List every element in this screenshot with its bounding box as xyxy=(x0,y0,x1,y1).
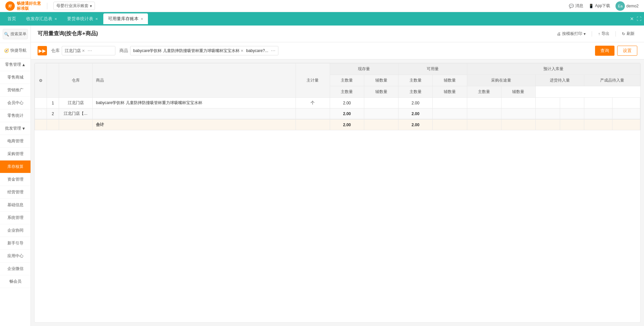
logo-area: 好 畅捷通好生意 标准版 xyxy=(5,1,41,11)
td-main-unit xyxy=(296,108,330,120)
td-current-main: 2.00 xyxy=(330,98,364,108)
td-product xyxy=(93,108,296,120)
message-action[interactable]: 💬 消息 xyxy=(569,3,583,9)
tab-close-icon[interactable]: ✕ xyxy=(141,17,143,21)
th-gear: ⚙ xyxy=(35,63,47,98)
refresh-icon: ↻ xyxy=(622,32,625,36)
sidebar-item-retail-shop[interactable]: 零售商城 xyxy=(0,71,31,84)
tab-home[interactable]: 首页 xyxy=(3,13,21,24)
sidebar-item-ecommerce-mgmt[interactable]: 电商管理 xyxy=(0,135,31,148)
content-area: 可用量查询(按仓库+商品) 🖨 按模板打印 ▾ ↑ 导出 ↻ 刷新 xyxy=(31,26,644,326)
sidebar-item-enterprise-wechat[interactable]: 企业微信 xyxy=(0,263,31,275)
table-area: ⚙ 仓库 商品 主计量 现存量 可用量 预计入库量 主数量 辅数量 主数量 辅数… xyxy=(34,63,641,323)
td-fin-main xyxy=(584,98,612,108)
td-footer-label: 合计 xyxy=(93,119,296,130)
sidebar-item-sys-mgmt[interactable]: 系统管理 xyxy=(0,212,31,224)
top-bar-left: 好 畅捷通好生意 标准版 母婴行业演示账套 ▾ xyxy=(5,1,95,11)
th-available: 可用量 xyxy=(398,63,467,75)
sidebar-item-enterprise-collab[interactable]: 企业协同 xyxy=(0,224,31,237)
sidebar-item-inventory-check[interactable]: 库存核算 xyxy=(0,160,31,173)
quick-nav-button[interactable]: 🧭 快捷导航 xyxy=(3,46,28,55)
close-window-btn[interactable]: ✕ xyxy=(630,16,634,21)
th-no xyxy=(47,63,59,98)
tag-close-icon[interactable]: ✕ xyxy=(240,49,244,53)
tab-available-inventory[interactable]: 可用量库存账本 ✕ xyxy=(103,13,148,24)
td-current-aux xyxy=(364,108,398,120)
td-current-aux xyxy=(364,98,398,108)
page-header: 可用量查询(按仓库+商品) 🖨 按模板打印 ▾ ↑ 导出 ↻ 刷新 xyxy=(31,26,644,42)
window-controls: ✕ ⛶ xyxy=(630,16,641,21)
th-incoming: 进货待入量 xyxy=(535,75,584,86)
sidebar-item-finance-mgmt[interactable]: 资金管理 xyxy=(0,173,31,186)
td-inc-aux xyxy=(560,108,584,120)
product-input[interactable]: babycare学饮杯 儿童防摔防撞吸管杯重力球吸嘴杯宝宝水杯 ✕ babyca… xyxy=(130,46,278,55)
td-avail-main: 2.00 xyxy=(398,98,433,108)
export-icon: ↑ xyxy=(598,32,600,36)
refresh-button[interactable]: ↻ 刷新 xyxy=(619,30,637,38)
sidebar-item-basic-info[interactable]: 基础信息 xyxy=(0,199,31,212)
td-main-unit: 个 xyxy=(296,98,330,108)
sidebar-item-new-guide[interactable]: 新手引导 xyxy=(0,237,31,250)
td-proc-aux xyxy=(501,108,535,120)
th-proc-aux: 辅数量 xyxy=(364,86,398,98)
warehouse-tag: 江北门店 ✕ xyxy=(65,48,85,54)
page-title: 可用量查询(按仓库+商品) xyxy=(38,30,98,37)
top-bar: 好 畅捷通好生意 标准版 母婴行业演示账套 ▾ 💬 消息 📱 App下载 Ea … xyxy=(0,0,644,12)
filter-toggle-button[interactable]: ▶▶ xyxy=(38,46,47,55)
logo-icon: 好 xyxy=(5,1,15,11)
td-inc-main xyxy=(535,98,560,108)
sidebar-item-wholesale-mgmt[interactable]: 批发管理 ▼ xyxy=(0,122,31,135)
more-options-icon[interactable]: ··· xyxy=(271,48,275,54)
divider xyxy=(47,3,47,9)
table-row: 1 江北门店 babycare学饮杯 儿童防摔防撞吸管杯重力球吸嘴杯宝宝水杯 个… xyxy=(35,98,640,108)
dropdown-icon: ▾ xyxy=(584,32,586,36)
export-button[interactable]: ↑ 导出 xyxy=(595,30,612,38)
template-print-button[interactable]: 🖨 按模板打印 ▾ xyxy=(554,30,588,38)
th-product: 商品 xyxy=(93,63,296,98)
tab-close-icon[interactable]: ✕ xyxy=(95,17,98,21)
logo-text: 畅捷通好生意 标准版 xyxy=(17,1,41,11)
chevron-down-icon: ▾ xyxy=(90,4,92,8)
sidebar-item-member[interactable]: 畅会员 xyxy=(0,275,31,288)
sidebar-quick-nav-area: 🧭 快捷导航 xyxy=(0,43,31,58)
message-icon: 💬 xyxy=(569,4,574,8)
maximize-window-btn[interactable]: ⛶ xyxy=(637,16,641,21)
th-inc-main: 主数量 xyxy=(398,86,433,98)
workspace-selector[interactable]: 母婴行业演示账套 ▾ xyxy=(53,2,95,10)
sidebar-item-ops-mgmt[interactable]: 经营管理 xyxy=(0,186,31,199)
top-bar-right: 💬 消息 📱 App下载 Ea demo2 xyxy=(569,1,639,11)
th-procurement: 采购在途量 xyxy=(467,75,535,86)
product-tag-1: babycare学饮杯 儿童防摔防撞吸管杯重力球吸嘴杯宝宝水杯 ✕ xyxy=(133,48,244,54)
sidebar-item-marketing[interactable]: 营销推广 xyxy=(0,84,31,97)
table-footer-row: 合计 2.00 2.00 xyxy=(35,119,640,130)
setting-button[interactable]: 设置 xyxy=(617,46,637,56)
sidebar-item-retail-stats[interactable]: 零售统计 xyxy=(0,109,31,122)
product-filter-group: 商品 babycare学饮杯 儿童防摔防撞吸管杯重力球吸嘴杯宝宝水杯 ✕ bab… xyxy=(119,46,278,55)
app-download-icon: 📱 xyxy=(589,4,594,8)
tag-close-icon[interactable]: ✕ xyxy=(82,49,85,53)
tab-receivable-summary[interactable]: 收发存汇总表 ✕ xyxy=(21,13,62,24)
th-estimated-inbound: 预计入库量 xyxy=(467,63,640,75)
more-options-icon[interactable]: ··· xyxy=(88,48,92,54)
th-avail-main: 主数量 xyxy=(398,75,433,86)
arrow-icon: ▼ xyxy=(22,126,26,131)
user-action[interactable]: Ea demo2 xyxy=(615,1,639,11)
tab-order-stats[interactable]: 要货单统计表 ✕ xyxy=(62,13,103,24)
query-button[interactable]: 查询 xyxy=(595,46,614,56)
td-avail-main: 2.00 xyxy=(398,108,433,120)
td-fin-aux xyxy=(612,98,640,108)
warehouse-input[interactable]: 江北门店 ✕ ··· xyxy=(62,46,115,55)
sidebar-item-app-center[interactable]: 应用中心 xyxy=(0,250,31,263)
th-fin-main: 主数量 xyxy=(467,86,501,98)
search-icon: 🔍 xyxy=(4,32,9,37)
sidebar-item-retail-mgmt[interactable]: 零售管理 ▲ xyxy=(0,58,31,71)
search-menu-button[interactable]: 🔍 搜索菜单 xyxy=(3,29,28,39)
td-proc-aux xyxy=(501,98,535,108)
td-current-main: 2.00 xyxy=(330,108,364,120)
app-download-action[interactable]: 📱 App下载 xyxy=(589,3,610,9)
sidebar-item-member-center[interactable]: 会员中心 xyxy=(0,97,31,109)
tab-close-icon[interactable]: ✕ xyxy=(54,17,57,21)
sidebar-item-purchase-mgmt[interactable]: 采购管理 xyxy=(0,148,31,160)
product-tag-2: babycare?... xyxy=(246,48,268,53)
table-header-row-1: ⚙ 仓库 商品 主计量 现存量 可用量 预计入库量 xyxy=(35,63,640,75)
